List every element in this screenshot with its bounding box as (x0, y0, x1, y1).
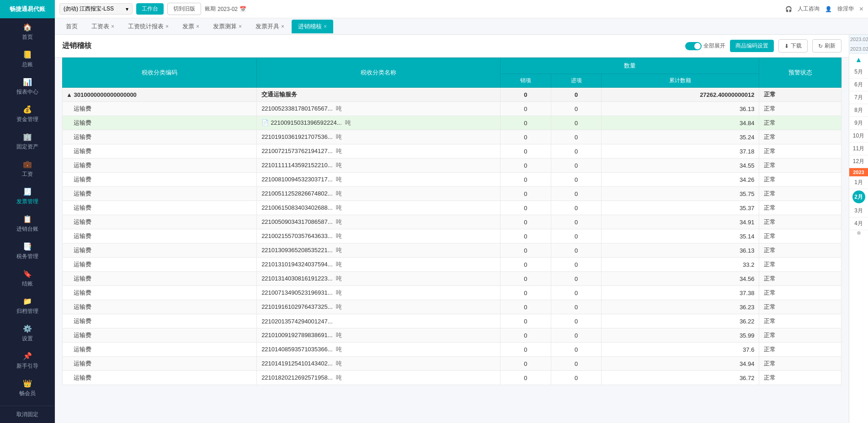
archive-icon: 📁 (23, 297, 32, 306)
tab-reconcile[interactable]: 进销稽核 × (292, 20, 333, 33)
table-row-cumulative: 27262.40000000012 (602, 88, 759, 102)
payroll-icon: 💼 (23, 160, 32, 169)
table-row-purchase: 0 (551, 173, 602, 187)
sidebar-item-label: 报表中心 (16, 88, 38, 96)
tab-reconcile-label: 进销稽核 (298, 22, 322, 31)
cal-month-5[interactable]: 5月 (849, 66, 868, 79)
sidebar-item-guide[interactable]: 📌 新手引导 (0, 347, 55, 375)
refresh-button[interactable]: ↻ 刷新 (812, 39, 841, 53)
cal-month-11[interactable]: 11月 (849, 143, 868, 155)
sidebar-item-settings[interactable]: ⚙️ 设置 (0, 320, 55, 347)
table-row-purchase: 0 (551, 300, 602, 314)
sidebar-item-ledger[interactable]: 📒 总账 (0, 46, 55, 73)
cal-month-2[interactable]: 2月 (852, 190, 865, 203)
tab-reconcile-close[interactable]: × (324, 23, 327, 30)
table-row-label: 运输费 (63, 328, 257, 343)
sidebar-item-capital[interactable]: 💰 资金管理 (0, 100, 55, 128)
sidebar-item-invoice-mgmt[interactable]: 🧾 发票管理 (0, 183, 55, 210)
company-selector[interactable]: (勿动) 江西报宝-LSS ▾ (59, 3, 133, 15)
table-row-purchase: 0 (551, 102, 602, 116)
table-row-purchase: 0 (551, 286, 602, 300)
table-row-status: 正常 (759, 102, 841, 116)
table-row-label: 运输费 (63, 314, 257, 328)
table-row-label: 运输费 (63, 201, 257, 215)
sidebar-item-tax[interactable]: 📑 税务管理 (0, 238, 55, 265)
page-header: 进销稽核 全部展开 商品编码设置 ⬇ 下载 ↻ 刷 (55, 35, 849, 58)
tab-invoice-calc[interactable]: 发票测算 × (207, 20, 248, 33)
sidebar-item-reports[interactable]: 📊 报表中心 (0, 73, 55, 100)
switch-version-button[interactable]: 切到旧版 (167, 3, 201, 15)
cal-month-6[interactable]: 6月 (849, 79, 868, 91)
table-row-sales: 0 (501, 229, 551, 243)
sidebar-item-settle[interactable]: 🔖 结账 (0, 265, 55, 292)
tab-invoice-open[interactable]: 发票开具 × (249, 20, 291, 33)
sidebar-item-home[interactable]: 🏠 首页 (0, 18, 55, 46)
cal-month-10[interactable]: 10月 (849, 130, 868, 143)
table-row-invoice: 22101820212692571958... 吨 (257, 371, 501, 385)
user-name[interactable]: 徐淫华 (837, 5, 854, 13)
table-row-invoice: 22100509034317086587... 吨 (257, 215, 501, 229)
table-row-cumulative: 34.56 (602, 272, 759, 286)
table-row-status: 正常 (759, 159, 841, 173)
table-row-status: 正常 (759, 328, 841, 343)
tab-payroll-stats-close[interactable]: × (165, 23, 169, 30)
table-row-status: 正常 (759, 173, 841, 187)
table-row-status: 正常 (759, 201, 841, 215)
cal-arrow-up[interactable]: ▲ (853, 54, 864, 66)
toggle-label: 全部展开 (703, 42, 725, 50)
cal-month-3[interactable]: 3月 (849, 205, 868, 217)
close-button[interactable]: × (859, 5, 863, 13)
table-row-sales: 0 (501, 173, 551, 187)
sidebar-item-assets[interactable]: 🏢 固定资产 (0, 128, 55, 155)
th-quantity: 数量 (501, 58, 759, 74)
cal-month-7[interactable]: 7月 (849, 91, 868, 104)
period-value: 2023-02 (218, 6, 238, 12)
sidebar-item-label: 结账 (22, 280, 33, 288)
cal-month-8[interactable]: 8月 (849, 104, 868, 117)
support-label[interactable]: 人工咨询 (798, 5, 820, 13)
table-row-status: 正常 (759, 258, 841, 272)
avatar-icon: 👤 (825, 6, 832, 12)
sidebar-item-label: 资金管理 (16, 116, 38, 123)
toggle-track[interactable] (685, 42, 702, 50)
tab-invoice-calc-close[interactable]: × (239, 23, 242, 30)
sidebar-item-payroll[interactable]: 💼 工资 (0, 155, 55, 183)
sidebar-item-purchase-sales[interactable]: 📋 进销台账 (0, 210, 55, 238)
tab-invoice-open-close[interactable]: × (281, 23, 284, 30)
tab-invoice-close[interactable]: × (196, 23, 199, 30)
calendar-icon[interactable]: 📅 (240, 6, 246, 12)
tab-payroll-stats[interactable]: 工资统计报表 × (122, 20, 175, 33)
cal-month-1[interactable]: 1月 (849, 176, 868, 189)
goods-code-settings-button[interactable]: 商品编码设置 (730, 40, 774, 52)
sidebar-item-label: 总账 (22, 61, 33, 69)
refresh-icon: ↻ (818, 43, 823, 49)
workbench-button[interactable]: 工作台 (136, 3, 164, 15)
sidebar-item-label: 固定资产 (16, 143, 38, 151)
th-code: 税收分类编码 (63, 58, 257, 88)
sidebar-item-archive[interactable]: 📁 归档管理 (0, 292, 55, 320)
tab-invoice-calc-label: 发票测算 (213, 22, 237, 31)
table-row-status: 正常 (759, 130, 841, 144)
cal-year-top: 2023.02 (849, 35, 868, 44)
table-row-status: 正常 (759, 371, 841, 385)
th-sales: 销项 (501, 74, 551, 88)
table-row-invoice: 22100810094532303717... 吨 (257, 173, 501, 187)
tab-home[interactable]: 首页 (59, 20, 84, 33)
tab-payroll-close[interactable]: × (111, 23, 114, 30)
table-row-label: 运输费 (63, 286, 257, 300)
cal-year-2023: 2023 (849, 168, 868, 176)
expand-all-toggle[interactable]: 全部展开 (685, 42, 725, 50)
cal-year-top2: 2023.02 (849, 44, 868, 54)
table-row-label: 运输费 (63, 116, 257, 130)
table-row-cumulative: 35.99 (602, 328, 759, 343)
table-row-cumulative: 36.13 (602, 243, 759, 258)
download-button[interactable]: ⬇ 下载 (778, 39, 808, 53)
unpin-button[interactable]: 取消固定 (0, 406, 55, 423)
cal-month-4[interactable]: 4月 (849, 217, 868, 230)
sidebar-item-member[interactable]: 👑 畅会员 (0, 375, 55, 402)
tab-invoice[interactable]: 发票 × (176, 20, 206, 33)
table-row-purchase: 0 (551, 371, 602, 385)
cal-month-12[interactable]: 12月 (849, 155, 868, 168)
tab-payroll[interactable]: 工资表 × (85, 20, 121, 33)
cal-month-9[interactable]: 9月 (849, 117, 868, 130)
